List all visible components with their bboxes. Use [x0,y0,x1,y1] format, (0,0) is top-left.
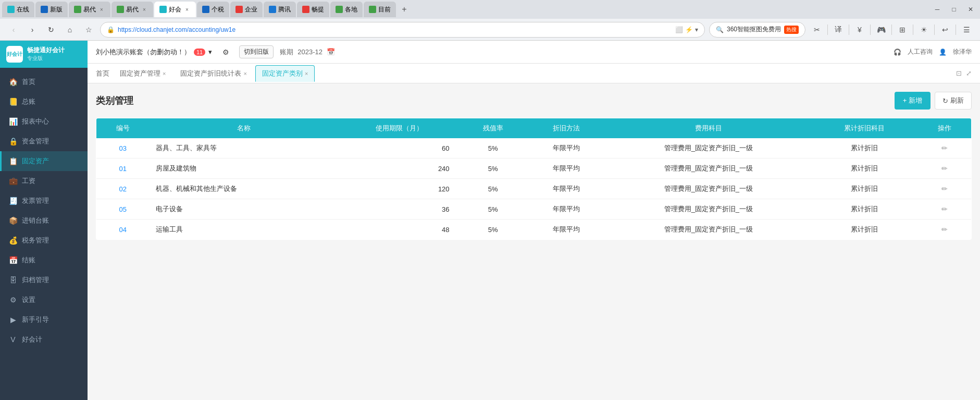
switch-to-old-version-button[interactable]: 切到旧版 [239,45,274,58]
tab-label-5: 好会 [169,5,181,14]
refresh-button[interactable]: ↻ 刷新 [935,92,972,110]
sidebar-item-archive[interactable]: 🗄 归档管理 [0,270,88,290]
page-title: 类别管理 [96,94,133,107]
browser-tab-8[interactable]: 腾讯 [264,2,296,17]
row-code-4[interactable]: 05 [119,205,127,213]
breadcrumb-tab-close-2[interactable]: × [243,70,246,77]
browser-tab-1[interactable]: 在线 [2,2,34,17]
site-info-icon[interactable]: ⬜ [675,26,683,33]
sidebar-item-tax[interactable]: 💰 税务管理 [0,231,88,250]
logo-text-container: 畅捷通好会计 专业版 [27,46,65,62]
forward-button[interactable]: › [25,22,40,37]
reload-button[interactable]: ↻ [44,22,58,37]
sidebar-item-invoice[interactable]: 🧾 发票管理 [0,191,88,211]
url-bar[interactable]: 🔒 https://cloud.chanjet.com/accounting/u… [100,22,705,38]
sidebar-item-guide[interactable]: ▶ 新手引导 [0,310,88,330]
breadcrumb-tab-close-1[interactable]: × [163,70,166,77]
tab-favicon-8 [269,6,276,13]
tab-close-5[interactable]: × [183,6,191,13]
breadcrumb-tab-close-3[interactable]: × [305,70,308,77]
col-header-code: 编号 [96,118,150,139]
row-code-3[interactable]: 02 [119,185,127,193]
fullscreen-icon[interactable]: ⤢ [966,69,972,77]
breadcrumb-tab-category[interactable]: 固定资产类别 × [255,65,315,82]
row-code-2[interactable]: 01 [119,165,127,173]
edit-button-2[interactable]: ✏ [941,164,948,173]
minimize-button[interactable]: ─ [930,2,945,17]
currency-icon[interactable]: ¥ [852,22,867,37]
sidebar-item-fixed[interactable]: 📋 固定资产 [0,151,88,171]
row-code-1[interactable]: 03 [119,144,127,152]
maximize-button[interactable]: □ [947,2,961,17]
tab-label-6: 个税 [212,5,224,14]
consult-label[interactable]: 人工咨询 [908,47,933,56]
brightness-icon[interactable]: ☀ [916,22,931,37]
bookmark-button[interactable]: ☆ [81,22,96,37]
browser-tab-7[interactable]: 企业 [230,2,263,17]
divider-4 [891,25,892,35]
edit-button-1[interactable]: ✏ [941,144,948,152]
sidebar-item-settle[interactable]: 📅 结账 [0,250,88,270]
cut-icon[interactable]: ✂ [810,22,824,37]
dropdown-arrow-icon: ▾ [208,48,212,56]
undo-icon[interactable]: ↩ [938,22,952,37]
col-header-period: 使用期限（月） [339,118,460,139]
browser-tab-3[interactable]: 易代 × [69,2,110,17]
row-method-2: 年限平均 [526,159,606,179]
new-tab-button[interactable]: + [397,2,412,17]
row-period-4: 36 [339,199,460,220]
col-header-expense: 费用科目 [606,118,811,139]
breadcrumb-home[interactable]: 首页 [96,69,109,78]
sidebar-item-home[interactable]: 🏠 首页 [0,72,88,92]
menu-icon[interactable]: ☰ [959,22,974,37]
period-info: 账期 2023-12 📅 [280,47,335,57]
tab-label-1: 在线 [17,5,29,14]
refresh-icon: ↻ [942,97,948,105]
username-label[interactable]: 徐泽华 [953,47,972,56]
settings-icon: ⚙ [8,295,18,305]
tab-label-2: 新版 [50,5,63,14]
browser-tab-2[interactable]: 新版 [35,2,68,17]
tab-close-4[interactable]: × [141,6,148,13]
home-button[interactable]: ⌂ [63,22,77,37]
restore-icon[interactable]: ⊡ [956,69,962,77]
browser-tab-bar: 在线 新版 易代 × 易代 × 好会 × 个税 企业 腾讯 畅提 各地 目前 [0,0,980,19]
category-table: 编号 名称 使用期限（月） 残值率 折旧方法 费用科目 累计折旧科目 操作 03… [96,118,972,240]
row-code-5[interactable]: 04 [119,226,127,234]
grid-icon[interactable]: ⊞ [895,22,910,37]
sidebar-item-reports[interactable]: 📊 报表中心 [0,112,88,131]
sidebar: 好会计 畅捷通好会计 专业版 🏠 首页 📒 总账 📊 报表中心 🔒 资金管理 [0,41,88,400]
row-accum-1: 累计折旧 [811,138,918,159]
settings-gear-icon[interactable]: ⚙ [218,45,233,59]
main-area: 刘小艳演示账套（勿删勿动！） 11 ▾ ⚙ 切到旧版 账期 2023-12 📅 … [88,41,980,400]
browser-tab-10[interactable]: 各地 [330,2,363,17]
close-button[interactable]: ✕ [963,2,978,17]
sidebar-item-settings[interactable]: ⚙ 设置 [0,290,88,310]
edit-button-4[interactable]: ✏ [941,205,948,213]
col-header-name: 名称 [150,118,339,139]
browser-tab-6[interactable]: 个税 [197,2,229,17]
breadcrumb-window-controls: ⊡ ⤢ [956,69,972,77]
browser-tab-9[interactable]: 畅提 [297,2,329,17]
sidebar-item-fund[interactable]: 🔒 资金管理 [0,131,88,151]
row-accum-3: 累计折旧 [811,179,918,199]
edit-button-3[interactable]: ✏ [941,185,948,193]
translate-icon[interactable]: 译 [831,22,846,37]
add-button[interactable]: + 新增 [895,92,931,110]
lightning-icon[interactable]: ⚡ [685,26,693,33]
browser-tab-4[interactable]: 易代 × [111,2,153,17]
search-bar[interactable]: 🔍 360智能抠图免费用 热搜 [709,22,805,38]
browser-tab-5[interactable]: 好会 × [154,2,196,17]
sidebar-item-payroll[interactable]: 💼 工资 [0,171,88,191]
edit-button-5[interactable]: ✏ [941,225,948,234]
breadcrumb-tab-depreciation-table[interactable]: 固定资产折旧统计表 × [174,66,253,81]
dropdown-icon[interactable]: ▾ [695,26,698,33]
game-icon[interactable]: 🎮 [874,22,888,37]
back-button[interactable]: ‹ [6,22,21,37]
breadcrumb-tab-fixed-mgmt[interactable]: 固定资产管理 × [114,66,172,81]
tab-close-3[interactable]: × [98,6,105,13]
browser-tab-11[interactable]: 目前 [364,2,396,17]
sidebar-item-ledger[interactable]: 📒 总账 [0,92,88,112]
sidebar-item-purchases[interactable]: 📦 进销台账 [0,211,88,231]
sidebar-item-help[interactable]: V 好会计 [0,330,88,349]
